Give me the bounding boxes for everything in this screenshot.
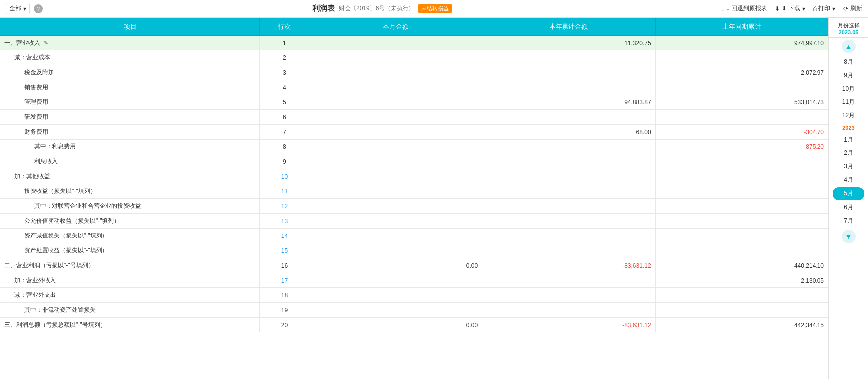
cell-lastyear: 533,014.73 (655, 95, 828, 110)
month-item[interactable]: 12月 (829, 109, 868, 122)
cell-item: 研发费用 (0, 110, 260, 125)
table-row: 减：营业外支出18 (0, 288, 828, 303)
cell-month (309, 199, 482, 214)
table-row: 公允价值变动收益（损失以"-"填列）13 (0, 214, 828, 229)
cell-year (482, 65, 655, 80)
cell-month (309, 110, 482, 125)
cell-lastyear (655, 229, 828, 243)
table-row: 其中：对联营企业和合营企业的投资收益12 (0, 199, 828, 214)
cell-item: 公允价值变动收益（损失以"-"填列） (0, 214, 260, 229)
cell-month (309, 169, 482, 184)
table-area[interactable]: 项目 行次 本月金额 本年累计金额 上年同期累计 一、营业收入 ✎111,320… (0, 18, 828, 379)
download-icon: ⬇ (775, 5, 780, 12)
cell-lastyear: 440,214.10 (655, 258, 828, 273)
cell-item: 资产处置收益（损失以"-"填列） (0, 243, 260, 258)
cell-item: 管理费用 (0, 95, 260, 110)
cell-year (482, 229, 655, 243)
print-button[interactable]: ⎙ 打印 ▾ (813, 4, 835, 13)
month-nav-up[interactable]: ▲ (842, 40, 856, 53)
cell-row-num: 3 (260, 65, 309, 80)
cell-month (309, 243, 482, 258)
cell-year: -83,631.12 (482, 258, 655, 273)
cell-item: 利息收入 (0, 154, 260, 169)
cell-row-num: 4 (260, 80, 309, 95)
cell-year (482, 243, 655, 258)
cell-year (482, 80, 655, 95)
month-item[interactable]: 6月 (829, 201, 868, 214)
year-label: 2023 (829, 122, 868, 133)
download-chevron: ▾ (802, 5, 805, 12)
cell-lastyear: 974,997.10 (655, 36, 828, 50)
cell-year (482, 184, 655, 199)
month-item[interactable]: 2月 (829, 146, 868, 160)
cell-year (482, 169, 655, 184)
month-item[interactable]: 7月 (829, 214, 868, 228)
cell-month (309, 36, 482, 50)
month-item[interactable]: 8月 (829, 55, 868, 69)
cell-lastyear (655, 169, 828, 184)
current-month-display: 2023.05 (829, 29, 868, 35)
top-bar: 全部 ▾ ? 利润表 财会〔2019〕6号（未执行） 未结转损益 ↓ ↓ 回退到… (0, 0, 868, 18)
cell-lastyear (655, 214, 828, 229)
cell-month (309, 214, 482, 229)
scope-label: 全部 (9, 4, 21, 13)
cell-year: -83,631.12 (482, 318, 655, 332)
edit-icon[interactable]: ✎ (42, 40, 48, 46)
cell-row-num: 12 (260, 199, 309, 214)
report-table: 项目 行次 本月金额 本年累计金额 上年同期累计 一、营业收入 ✎111,320… (0, 18, 828, 332)
cell-month (309, 95, 482, 110)
cell-month (309, 273, 482, 288)
month-item[interactable]: 10月 (829, 82, 868, 95)
cell-lastyear (655, 184, 828, 199)
top-bar-right: ↓ ↓ 回退到原报表 ⬇ ⬇ 下载 ▾ ⎙ 打印 ▾ ⟳ 刷新 (721, 4, 862, 13)
cell-row-num: 18 (260, 288, 309, 303)
cell-lastyear (655, 243, 828, 258)
month-item[interactable]: 11月 (829, 95, 868, 109)
month-item[interactable]: 3月 (829, 160, 868, 173)
cell-lastyear (655, 303, 828, 318)
cell-row-num: 10 (260, 169, 309, 184)
cell-year (482, 303, 655, 318)
table-row: 财务费用768.00-304.70 (0, 125, 828, 140)
scope-dropdown[interactable]: 全部 ▾ (6, 3, 30, 14)
month-item[interactable]: 5月 (833, 187, 864, 200)
month-item[interactable]: 9月 (829, 69, 868, 82)
back-button[interactable]: ↓ ↓ 回退到原报表 (721, 4, 766, 13)
cell-lastyear: 442,344.15 (655, 318, 828, 332)
cell-row-num: 16 (260, 258, 309, 273)
table-row: 销售费用4 (0, 80, 828, 95)
cell-item: 减：营业成本 (0, 50, 260, 65)
table-row: 研发费用6 (0, 110, 828, 125)
table-row: 税金及附加32,072.97 (0, 65, 828, 80)
main-content: 项目 行次 本月金额 本年累计金额 上年同期累计 一、营业收入 ✎111,320… (0, 18, 868, 379)
cell-month (309, 80, 482, 95)
table-row: 资产处置收益（损失以"-"填列）15 (0, 243, 828, 258)
cell-row-num: 20 (260, 318, 309, 332)
month-item[interactable]: 4月 (829, 173, 868, 187)
table-row: 管理费用594,883.87533,014.73 (0, 95, 828, 110)
cell-item: 加：其他收益 (0, 169, 260, 184)
table-row: 资产减值损失（损失以"-"填列）14 (0, 229, 828, 243)
cell-lastyear (655, 288, 828, 303)
cell-item: 二、营业利润（亏损以"-"号填列） (0, 258, 260, 273)
help-icon[interactable]: ? (34, 4, 43, 13)
month-nav-down[interactable]: ▼ (842, 230, 856, 243)
cell-item: 三、利润总额（亏损总额以"-"号填列） (0, 318, 260, 332)
header-row: 行次 (260, 18, 309, 36)
cell-year (482, 214, 655, 229)
cell-month (309, 154, 482, 169)
cell-month (309, 229, 482, 243)
refresh-button[interactable]: ⟳ 刷新 (843, 4, 862, 13)
table-row: 减：营业成本2 (0, 50, 828, 65)
cell-year (482, 273, 655, 288)
month-item[interactable]: 1月 (829, 133, 868, 146)
report-subtitle: 财会〔2019〕6号（未执行） (339, 4, 414, 13)
table-row: 三、利润总额（亏损总额以"-"号填列）200.00-83,631.12442,3… (0, 318, 828, 332)
refresh-icon: ⟳ (843, 5, 848, 12)
print-chevron: ▾ (832, 5, 835, 12)
cell-lastyear (655, 154, 828, 169)
cell-row-num: 5 (260, 95, 309, 110)
back-icon: ↓ (721, 5, 724, 12)
download-button[interactable]: ⬇ ⬇ 下载 ▾ (775, 4, 805, 13)
cell-lastyear (655, 50, 828, 65)
